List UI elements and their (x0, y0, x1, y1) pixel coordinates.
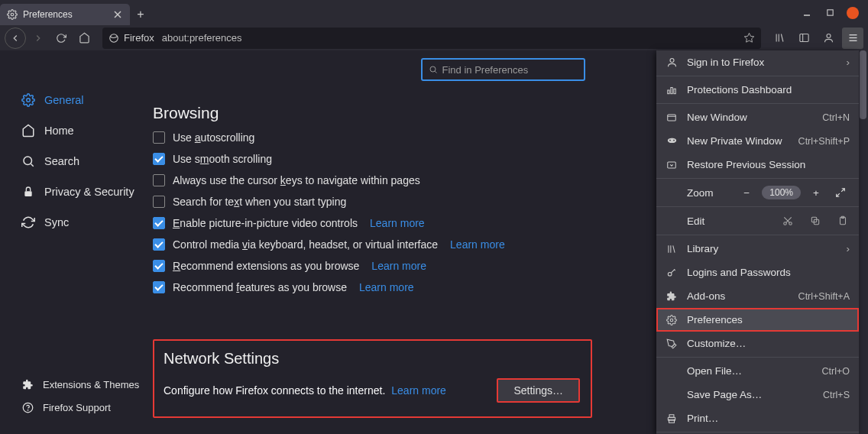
forward-button[interactable] (28, 28, 49, 49)
url-identity: Firefox (108, 32, 154, 44)
bookmark-star-icon[interactable] (743, 32, 755, 44)
menu-label: New Private Window (687, 135, 789, 147)
checkbox-label[interactable]: Recommend features as you browse (173, 281, 347, 293)
edit-label: Edit (687, 215, 767, 227)
library-button[interactable] (769, 28, 790, 49)
checkbox[interactable] (153, 260, 165, 272)
zoom-out-button[interactable]: − (737, 183, 756, 202)
sidebar-item-privacy[interactable]: Privacy & Security (0, 177, 153, 207)
url-bar[interactable]: Firefox about:preferences (102, 28, 761, 49)
cut-icon[interactable] (781, 214, 795, 228)
menu-label: Print… (687, 413, 850, 424)
tab-label: Preferences (23, 9, 112, 20)
learn-more-link[interactable]: Learn more (450, 238, 505, 251)
menu-signin[interactable]: Sign in to Firefox › (656, 50, 859, 74)
window-close-button[interactable] (847, 7, 859, 19)
scroll-thumb[interactable] (860, 50, 866, 119)
menu-separator (656, 178, 859, 179)
checkbox[interactable] (153, 217, 165, 229)
svg-rect-50 (669, 414, 674, 417)
menu-open-file[interactable]: Open File… Ctrl+O (656, 359, 859, 383)
paint-icon (666, 338, 678, 350)
menu-label: Restore Previous Session (687, 159, 850, 170)
learn-more-link[interactable]: Learn more (359, 281, 414, 293)
network-learn-more-link[interactable]: Learn more (391, 384, 446, 397)
menu-protections[interactable]: Protections Dashboard (656, 78, 859, 102)
sidebar-item-general[interactable]: General (0, 85, 153, 115)
sidebar-item-home[interactable]: Home (0, 115, 153, 146)
sidebar-item-label: Home (44, 125, 74, 137)
svg-rect-48 (669, 419, 675, 423)
sidebar-item-sync[interactable]: Sync (0, 207, 153, 238)
menu-separator (656, 206, 859, 207)
sidebar-button[interactable] (793, 28, 815, 49)
menu-zoom-row: Zoom − 100% + (656, 180, 859, 205)
sidebar-item-support[interactable]: Firefox Support (0, 396, 153, 419)
sidebar-item-label: General (44, 94, 84, 106)
menu-restore-session[interactable]: Restore Previous Session (656, 153, 859, 177)
zoom-value[interactable]: 100% (762, 186, 801, 199)
menu-label: Library (687, 243, 837, 254)
back-button[interactable] (5, 28, 26, 49)
menu-addons[interactable]: Add-ons Ctrl+Shift+A (656, 284, 859, 308)
menu-logins[interactable]: Logins and Passwords (656, 261, 859, 284)
svg-rect-26 (671, 87, 672, 93)
checkbox-label[interactable]: Enable picture-in-picture video controls (173, 217, 358, 229)
sidebar-item-search[interactable]: Search (0, 146, 153, 177)
maximize-button[interactable] (824, 7, 836, 19)
browser-tab[interactable]: Preferences (0, 4, 130, 25)
identity-label: Firefox (124, 32, 154, 44)
svg-line-9 (781, 34, 783, 42)
menu-print[interactable]: Print… (656, 406, 859, 430)
scrollbar[interactable] (858, 50, 868, 434)
checkbox[interactable] (153, 238, 165, 251)
menu-new-private[interactable]: New Private Window Ctrl+Shift+P (656, 129, 859, 153)
menu-shortcut: Ctrl+N (822, 112, 850, 123)
menu-label: Customize… (687, 338, 850, 349)
hamburger-menu-button[interactable] (842, 28, 863, 49)
zoom-in-button[interactable]: + (807, 183, 825, 202)
window-controls (801, 7, 868, 19)
checkbox-label[interactable]: Recommend extensions as you browse (173, 260, 359, 272)
new-tab-button[interactable]: + (130, 4, 151, 25)
menu-save-page[interactable]: Save Page As… Ctrl+S (656, 383, 859, 406)
checkbox-label[interactable]: Use smooth scrolling (173, 153, 272, 165)
svg-rect-25 (668, 90, 669, 94)
close-icon[interactable] (112, 8, 124, 21)
svg-line-32 (837, 193, 840, 196)
minimize-button[interactable] (801, 7, 813, 19)
checkbox[interactable] (153, 153, 165, 165)
menu-preferences[interactable]: Preferences (656, 308, 859, 332)
checkbox[interactable] (153, 174, 165, 186)
menu-new-window[interactable]: New Window Ctrl+N (656, 105, 859, 129)
fullscreen-button[interactable] (831, 183, 850, 202)
search-placeholder: Find in Preferences (442, 64, 529, 76)
network-settings-section: Network Settings Configure how Firefox c… (153, 339, 592, 418)
paste-icon[interactable] (836, 214, 850, 228)
menu-edit-row: Edit (656, 209, 859, 233)
checkbox[interactable] (153, 131, 165, 144)
learn-more-link[interactable]: Learn more (370, 217, 425, 229)
checkbox-label[interactable]: Control media via keyboard, headset, or … (173, 238, 438, 251)
key-icon (666, 267, 678, 279)
network-settings-button[interactable]: Settings… (497, 378, 580, 403)
checkbox-label[interactable]: Search for text when you start typing (173, 196, 346, 208)
home-button[interactable] (73, 28, 95, 49)
checkbox-label[interactable]: Always use the cursor keys to navigate w… (173, 174, 420, 186)
checkbox[interactable] (153, 196, 165, 208)
sidebar-item-label: Extensions & Themes (43, 379, 139, 390)
learn-more-link[interactable]: Learn more (371, 260, 426, 272)
copy-icon[interactable] (808, 214, 822, 228)
puzzle-icon (21, 378, 34, 390)
reload-button[interactable] (50, 28, 72, 49)
sidebar-item-extensions[interactable]: Extensions & Themes (0, 373, 153, 396)
mask-icon (666, 135, 678, 147)
menu-library[interactable]: Library › (656, 237, 859, 261)
account-button[interactable] (818, 28, 839, 49)
checkbox[interactable] (153, 281, 165, 293)
checkbox-label[interactable]: Use autoscrolling (173, 131, 254, 144)
find-preferences-input[interactable]: Find in Preferences (421, 58, 585, 81)
svg-line-23 (435, 71, 436, 73)
preferences-sidebar: General Home Search Privacy & Security S… (0, 50, 153, 434)
menu-customize[interactable]: Customize… (656, 332, 859, 355)
